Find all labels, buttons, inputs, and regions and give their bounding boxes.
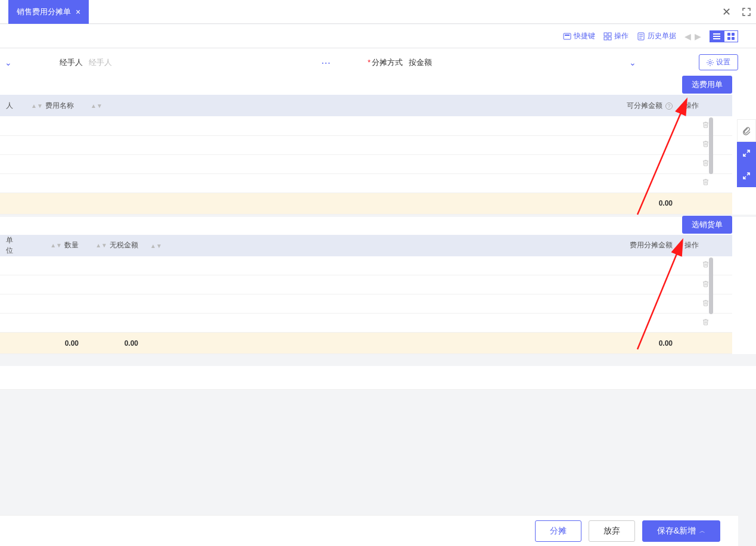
operate-icon [603, 32, 612, 41]
col-amt[interactable]: ▲▼无税金额 [85, 235, 144, 256]
sum-alloc: 0.00 [601, 333, 679, 354]
tab-bar: 销售费用分摊单 × ✕ [0, 0, 756, 24]
operate-label: 操作 [614, 31, 629, 41]
more-icon[interactable]: ⋯ [321, 57, 332, 69]
summary-row: 0.00 0.00 0.00 [0, 333, 732, 354]
svg-rect-4 [604, 37, 607, 40]
method-field: *分摊方式 ⌄ [368, 57, 636, 69]
allocate-button[interactable]: 分摊 [535, 520, 581, 542]
svg-rect-5 [608, 37, 611, 40]
sort-icon: ▲▼ [95, 244, 107, 247]
table-row[interactable] [0, 294, 732, 314]
select-sales-button[interactable]: 选销货单 [682, 216, 732, 234]
sum-alloc: 0.00 [601, 193, 679, 214]
right-dock [737, 119, 756, 187]
pager: ◀ ▶ [685, 32, 701, 41]
table-row[interactable] [0, 275, 732, 294]
tab-title: 销售费用分摊单 [17, 7, 71, 17]
spacer [0, 354, 756, 366]
col-person[interactable]: 人 [0, 95, 25, 116]
view-grid-button[interactable] [724, 30, 738, 42]
handler-field: 经手人 ⋯ [60, 57, 332, 69]
sum-qty: 0.00 [25, 333, 85, 354]
close-icon[interactable]: ✕ [718, 5, 735, 18]
footer: 分摊 放弃 保存&新增 ︿ [0, 515, 738, 546]
help-icon[interactable]: ? [665, 103, 673, 110]
view-list-button[interactable] [710, 30, 724, 42]
tab-active[interactable]: 销售费用分摊单 × [8, 0, 89, 24]
trash-icon[interactable] [702, 140, 710, 148]
method-input[interactable] [409, 57, 623, 69]
handler-input[interactable] [89, 57, 315, 69]
svg-rect-2 [604, 33, 607, 36]
save-new-button[interactable]: 保存&新增 ︿ [642, 520, 720, 542]
sales-section: 选销货单 单位 ▲▼数量 ▲▼无税金额 ▲▼ 费用分摊金额 操作 [0, 217, 756, 355]
trash-icon[interactable] [702, 318, 710, 326]
scrollbar-thumb[interactable] [709, 117, 713, 174]
operate-button[interactable]: 操作 [603, 31, 629, 41]
expand-in-button[interactable] [737, 165, 756, 187]
pager-prev-icon[interactable]: ◀ [685, 32, 691, 41]
col-expense-name[interactable]: ▲▼费用名称 [25, 95, 85, 116]
col-alloc-amount[interactable]: 可分摊金额 ? [601, 95, 679, 116]
trash-icon[interactable] [702, 159, 710, 167]
fullscreen-icon[interactable] [742, 7, 751, 17]
handler-label: 经手人 [60, 57, 83, 68]
expand-icon [742, 148, 751, 158]
table-row[interactable] [0, 314, 732, 333]
history-button[interactable]: 历史单据 [637, 31, 676, 41]
shortcut-icon [563, 32, 571, 41]
sort-icon: ▲▼ [91, 104, 102, 107]
save-new-label: 保存&新增 [657, 526, 696, 536]
scrollbar-thumb[interactable] [709, 258, 713, 314]
expense-table: 人 ▲▼费用名称 ▲▼ 可分摊金额 ? 操作 0.00 [0, 95, 732, 215]
sales-table: 单位 ▲▼数量 ▲▼无税金额 ▲▼ 费用分摊金额 操作 0.0 [0, 235, 732, 355]
table-row[interactable] [0, 154, 732, 173]
gear-icon [707, 59, 714, 66]
col-unit[interactable]: 单位 [0, 235, 25, 256]
attachment-button[interactable] [737, 119, 756, 142]
col-qty[interactable]: ▲▼数量 [25, 235, 85, 256]
chevron-down-icon[interactable]: ⌄ [629, 58, 636, 67]
col-alloc-amount[interactable]: 费用分摊金额 [601, 235, 679, 256]
expand-out-button[interactable] [737, 142, 756, 165]
table-row[interactable] [0, 173, 732, 193]
trash-icon[interactable] [702, 121, 710, 129]
svg-rect-0 [564, 33, 571, 39]
shortcut-label: 快捷键 [574, 31, 595, 41]
trash-icon[interactable] [702, 178, 710, 186]
sort-icon: ▲▼ [31, 104, 43, 107]
view-toggle [710, 30, 738, 42]
settings-label: 设置 [716, 57, 730, 67]
sort-icon: ▲▼ [150, 244, 162, 247]
col-blank[interactable]: ▲▼ [85, 95, 601, 116]
col-operate: 操作 [679, 235, 732, 256]
table-row[interactable] [0, 116, 732, 135]
history-label: 历史单据 [648, 31, 676, 41]
svg-point-7 [709, 61, 711, 64]
trash-icon[interactable] [702, 260, 710, 268]
chevron-up-icon: ︿ [699, 527, 705, 535]
table-row[interactable] [0, 135, 732, 154]
chevron-down-icon[interactable]: ⌄ [5, 58, 12, 67]
col-blank[interactable]: ▲▼ [144, 235, 601, 256]
svg-rect-1 [565, 35, 570, 36]
form-area: ⌄ 经手人 ⋯ *分摊方式 ⌄ 设置 [0, 48, 756, 77]
tab-close-icon[interactable]: × [76, 7, 80, 17]
settings-button[interactable]: 设置 [699, 54, 738, 70]
trash-icon[interactable] [702, 280, 710, 288]
col-operate: 操作 [679, 95, 732, 116]
history-icon [637, 32, 645, 41]
select-expense-button[interactable]: 选费用单 [682, 76, 732, 94]
paperclip-icon [742, 126, 751, 135]
shortcut-button[interactable]: 快捷键 [563, 31, 595, 41]
grid-icon [727, 33, 735, 40]
discard-button[interactable]: 放弃 [589, 520, 635, 542]
pager-next-icon[interactable]: ▶ [695, 32, 701, 41]
toolbar: 快捷键 操作 历史单据 ◀ ▶ [0, 24, 756, 48]
sum-amt: 0.00 [85, 333, 144, 354]
table-row[interactable] [0, 256, 732, 275]
trash-icon[interactable] [702, 299, 710, 307]
notes-area[interactable] [0, 366, 756, 390]
expense-section: 选费用单 人 ▲▼费用名称 ▲▼ 可分摊金额 ? 操作 [0, 77, 756, 215]
